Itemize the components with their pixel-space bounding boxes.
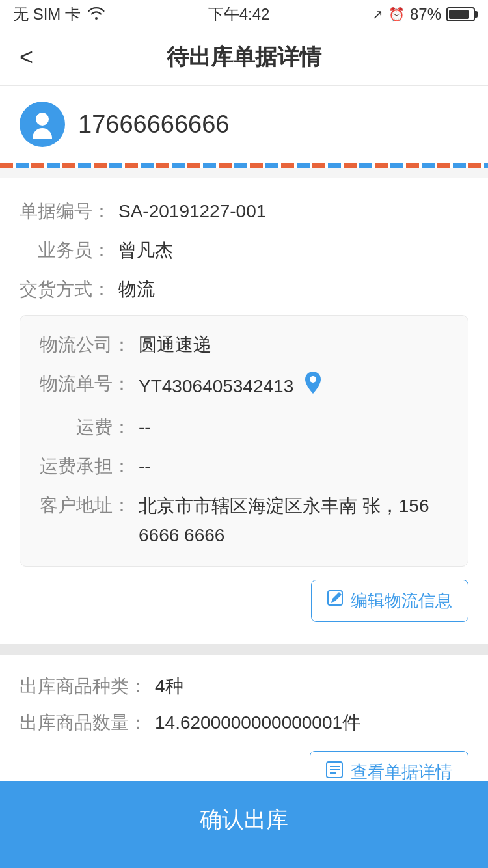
freight-label: 运费： [40, 414, 131, 441]
goods-quantity-value: 14.620000000000​0001件 [155, 711, 360, 735]
back-button[interactable]: < [20, 44, 33, 71]
tracking-row: 物流单号： YT43064053424​13 [40, 370, 448, 402]
document-no-label: 单据编号： [20, 198, 111, 225]
battery-icon [446, 7, 475, 21]
salesman-value: 曾凡杰 [118, 237, 468, 264]
salesman-label: 业务员： [20, 237, 111, 264]
tracking-label: 物流单号： [40, 370, 131, 398]
edit-logistics-button[interactable]: 编辑物流信息 [311, 580, 468, 622]
edit-logistics-label: 编辑物流信息 [351, 590, 452, 612]
avatar [20, 102, 65, 147]
freight-bearer-value: -- [139, 453, 448, 480]
bottom-btn-area: 确认出库 [0, 781, 488, 868]
time-text: 下午4:42 [208, 4, 270, 25]
view-detail-label: 查看单据详情 [351, 761, 452, 783]
logistics-card: 物流公司： 圆通速递 物流单号： YT43064053424​13 运费： [20, 315, 468, 567]
freight-value: -- [139, 414, 448, 441]
tracking-value: YT43064053424​13 [139, 370, 448, 402]
status-left: 无 SIM 卡 [13, 4, 105, 25]
address-label: 客户地址： [40, 492, 131, 519]
confirm-btn-label: 确认出库 [200, 805, 288, 835]
goods-quantity-row: 出库商品数量： 14.620000000000​0001件 [20, 711, 468, 735]
goods-type-label: 出库商品种类： [20, 674, 147, 699]
delivery-row: 交货方式： 物流 [20, 276, 468, 303]
dashed-divider [0, 163, 488, 168]
logistics-company-label: 物流公司： [40, 331, 131, 359]
user-header: 17666666666 [0, 86, 488, 163]
freight-bearer-label: 运费承担： [40, 453, 131, 480]
nav-bar: < 待出库单据详情 [0, 29, 488, 86]
goods-type-value: 4种 [155, 674, 183, 699]
edit-btn-row: 编辑物流信息 [20, 580, 468, 625]
wifi-icon [87, 5, 105, 23]
location-pin-icon[interactable] [303, 370, 323, 402]
address-row: 客户地址： 北京市市辖区海淀区永丰南 张，156 6666 6666 [40, 492, 448, 550]
alarm-icon: ⏰ [388, 7, 405, 22]
salesman-row: 业务员： 曾凡杰 [20, 237, 468, 264]
location-icon: ↗ [372, 7, 383, 22]
page-title: 待出库单据详情 [167, 42, 321, 72]
freight-row: 运费： -- [40, 414, 448, 441]
logistics-company-row: 物流公司： 圆通速递 [40, 331, 448, 359]
edit-icon [327, 590, 344, 612]
svg-point-0 [310, 376, 316, 383]
address-value: 北京市市辖区海淀区永丰南 张，156 6666 6666 [139, 492, 448, 550]
freight-bearer-row: 运费承担： -- [40, 453, 448, 480]
document-no-value: SA-20191227-001 [118, 198, 468, 225]
basic-info-section: 单据编号： SA-20191227-001 业务员： 曾凡杰 交货方式： 物流 … [0, 178, 488, 644]
section-separator [0, 644, 488, 655]
delivery-value: 物流 [118, 276, 468, 303]
detail-icon [326, 761, 344, 783]
goods-type-row: 出库商品种类： 4种 [20, 674, 468, 699]
battery-percent: 87% [410, 5, 441, 23]
confirm-outbound-button[interactable]: 确认出库 [20, 791, 468, 848]
user-phone: 17666666666 [78, 111, 229, 139]
logistics-company-value: 圆通速递 [139, 331, 448, 359]
document-no-row: 单据编号： SA-20191227-001 [20, 198, 468, 225]
status-bar: 无 SIM 卡 下午4:42 ↗ ⏰ 87% [0, 0, 488, 29]
delivery-label: 交货方式： [20, 276, 111, 303]
main-content: 17666666666 单据编号： SA-20191227-001 业务员： 曾… [0, 86, 488, 868]
goods-quantity-label: 出库商品数量： [20, 711, 147, 735]
status-right: ↗ ⏰ 87% [372, 5, 475, 23]
carrier-text: 无 SIM 卡 [13, 4, 81, 25]
